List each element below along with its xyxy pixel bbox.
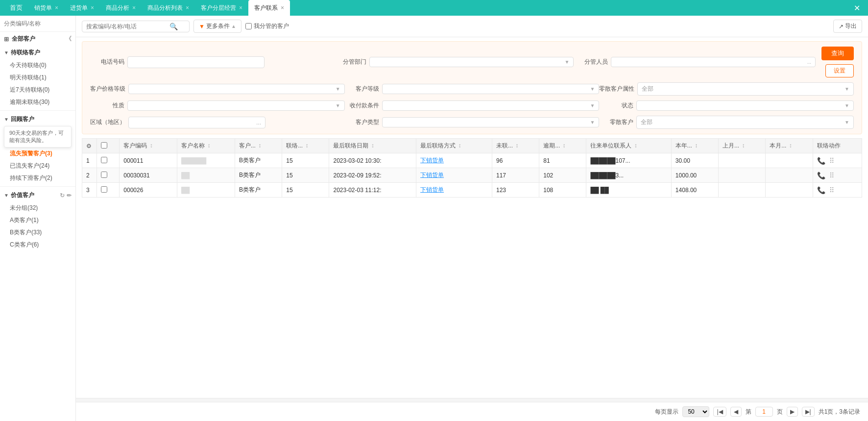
status-select[interactable]: ▼ <box>636 100 854 111</box>
last-page-button[interactable]: ▶| <box>802 407 815 417</box>
sidebar-item-churn-warning[interactable]: 流失预警客户(3) <box>0 148 75 160</box>
next-page-button[interactable]: ▶ <box>787 407 798 417</box>
more-icon-2[interactable]: ⠿ <box>829 172 834 179</box>
th-contact-num[interactable]: 联络... ↕ <box>282 139 329 153</box>
close-tab-customer-contact[interactable]: × <box>281 4 284 11</box>
more-icon-1[interactable]: ⠿ <box>829 157 834 165</box>
sidebar-search-input[interactable] <box>4 20 76 27</box>
th-this-year[interactable]: 本年... ↕ <box>671 139 718 153</box>
row-3-code: 000026 <box>120 183 177 198</box>
row-1-company: ██████107... <box>586 153 671 168</box>
dots-icon[interactable]: ... <box>256 119 261 126</box>
sidebar-all-customers[interactable]: ⊞ 全部客户 《 <box>0 32 75 46</box>
row-1-select[interactable] <box>101 157 107 163</box>
tab-sales[interactable]: 销货单 × <box>28 0 64 16</box>
window-close-button[interactable]: ✕ <box>850 3 864 13</box>
cust-level-select[interactable]: ▼ <box>382 84 600 94</box>
sidebar-item-tomorrow[interactable]: 明天待联络(1) <box>0 72 75 84</box>
th-type[interactable]: 客户... ↕ <box>235 139 282 153</box>
th-company-contact[interactable]: 往来单位联系人 ↕ <box>586 139 671 153</box>
total-records-label: 共1页，3条记录 <box>819 408 860 416</box>
toolbar-search-icon[interactable]: 🔍 <box>169 23 178 30</box>
close-tab-product-list[interactable]: × <box>186 4 189 11</box>
more-conditions-button[interactable]: ▼ 更多条件 ▲ <box>193 20 241 33</box>
edit-icon[interactable]: ✏ <box>67 192 72 199</box>
tab-product-analysis[interactable]: 商品分析 × <box>100 0 142 16</box>
dept-select[interactable]: ▼ <box>369 57 574 67</box>
per-page-select[interactable]: 50 20 100 <box>682 406 709 417</box>
my-customers-check[interactable] <box>245 23 252 29</box>
th-unlinked[interactable]: 未联... ↕ <box>492 139 539 153</box>
row-1-year: 30.00 <box>671 153 718 168</box>
horizontal-scrollbar[interactable] <box>76 398 868 402</box>
collapse-icon[interactable]: 《 <box>66 35 72 43</box>
th-name[interactable]: 客户名称 ↕ <box>177 139 235 153</box>
region-select[interactable]: ... <box>128 117 265 128</box>
refresh-icon[interactable]: ↻ <box>60 192 65 199</box>
select-all-checkbox[interactable] <box>101 142 107 149</box>
row-2-method[interactable]: 下销货单 <box>416 168 492 183</box>
contact-icon-2[interactable]: 📞 <box>817 172 825 179</box>
sidebar-item-declining[interactable]: 持续下滑客户(2) <box>0 172 75 184</box>
sidebar-item-churned[interactable]: 已流失客户(24) <box>0 160 75 172</box>
tab-purchase[interactable]: 进货单 × <box>64 0 100 16</box>
row-3-method[interactable]: 下销货单 <box>416 183 492 198</box>
th-code[interactable]: 客户编码 ↕ <box>120 139 177 153</box>
prev-page-button[interactable]: ◀ <box>730 407 742 417</box>
sidebar-group-pending[interactable]: ▼ 待联络客户 <box>0 46 75 59</box>
row-3-actions: 📞 ⠿ <box>813 183 862 198</box>
row-3-date: 2023-02-03 11:12: <box>329 183 416 198</box>
sidebar-item-c-class[interactable]: C类客户(6) <box>0 239 75 251</box>
sidebar-item-a-class[interactable]: A类客户(1) <box>0 214 75 226</box>
th-last-method[interactable]: 最后联络方式 ↕ <box>416 139 492 153</box>
setting-button[interactable]: 设置 <box>825 64 854 77</box>
filter-cell-gender: 性质 ▼ <box>90 100 345 111</box>
sidebar-item-today[interactable]: 今天待联络(0) <box>0 59 75 72</box>
gender-select[interactable]: ▼ <box>127 100 345 111</box>
tab-product-list[interactable]: 商品分析列表 × <box>142 0 195 16</box>
tab-customer-contact[interactable]: 客户联系 × <box>248 0 290 16</box>
sidebar-item-7days[interactable]: 近7天待联络(0) <box>0 84 75 96</box>
close-tab-product-analysis[interactable]: × <box>132 4 136 11</box>
zero-attr-select[interactable]: 全部 ▼ <box>637 82 854 96</box>
first-page-button[interactable]: |◀ <box>713 407 726 417</box>
data-table: ⚙ 客户编码 ↕ 客户名称 ↕ 客户... ↕ 联络... ↕ 最后联络日期 ↕… <box>82 138 862 198</box>
zero-cust-select[interactable]: 全部 ▼ <box>636 116 854 129</box>
contact-icon-1[interactable]: 📞 <box>817 157 825 165</box>
sort-icon-unlinked: ↕ <box>515 142 518 149</box>
sidebar-item-b-class[interactable]: B类客户(33) <box>0 226 75 239</box>
sidebar-group-review[interactable]: ▼ 回顾客户 <box>0 113 75 126</box>
row-2-select[interactable] <box>101 172 107 178</box>
person-select[interactable]: ... <box>611 57 816 67</box>
th-this-month[interactable]: 本月... ↕ <box>766 139 813 153</box>
row-3-select[interactable] <box>101 186 107 193</box>
tab-customer-layer[interactable]: 客户分层经营 × <box>195 0 248 16</box>
close-tab-sales[interactable]: × <box>55 4 58 11</box>
more-icon-3[interactable]: ⠿ <box>829 186 834 194</box>
page-number-input[interactable] <box>755 407 773 417</box>
th-settings[interactable]: ⚙ <box>82 139 97 153</box>
contact-icon-3[interactable]: 📞 <box>817 186 825 194</box>
payment-select[interactable]: ▼ <box>382 100 600 111</box>
toolbar-search-input[interactable] <box>86 23 169 30</box>
export-button[interactable]: ↗ 导出 <box>833 20 862 33</box>
sidebar-item-overdue[interactable]: 逾期未联络(30) <box>0 96 75 108</box>
th-overdue[interactable]: 逾期... ↕ <box>539 139 586 153</box>
phone-input[interactable] <box>127 56 265 68</box>
row-1-method[interactable]: 下销货单 <box>416 153 492 168</box>
row-3-type: B类客户 <box>235 183 282 198</box>
sidebar-item-ungroup[interactable]: 未分组(32) <box>0 202 75 214</box>
status-label: 状态 <box>599 101 633 110</box>
sidebar: 🔍 ⊞ 全部客户 《 ▼ 待联络客户 今天待联络(0) 明天待联络(1) 近7天… <box>0 16 76 421</box>
tab-home[interactable]: 首页 <box>4 0 28 16</box>
cust-type-select[interactable]: ▼ <box>382 117 600 127</box>
my-customers-checkbox[interactable]: 我分管的客户 <box>245 22 289 30</box>
th-last-month[interactable]: 上月... ↕ <box>719 139 766 153</box>
price-level-select[interactable]: ▼ <box>128 84 345 94</box>
close-tab-customer-layer[interactable]: × <box>239 4 242 11</box>
sort-icon-tmonth: ↕ <box>789 142 792 149</box>
th-last-date[interactable]: 最后联络日期 ↕ <box>329 139 416 153</box>
query-button[interactable]: 查询 <box>821 47 854 60</box>
close-tab-purchase[interactable]: × <box>91 4 94 11</box>
sidebar-group-value[interactable]: ▼ 价值客户 ↻ ✏ <box>0 189 75 202</box>
